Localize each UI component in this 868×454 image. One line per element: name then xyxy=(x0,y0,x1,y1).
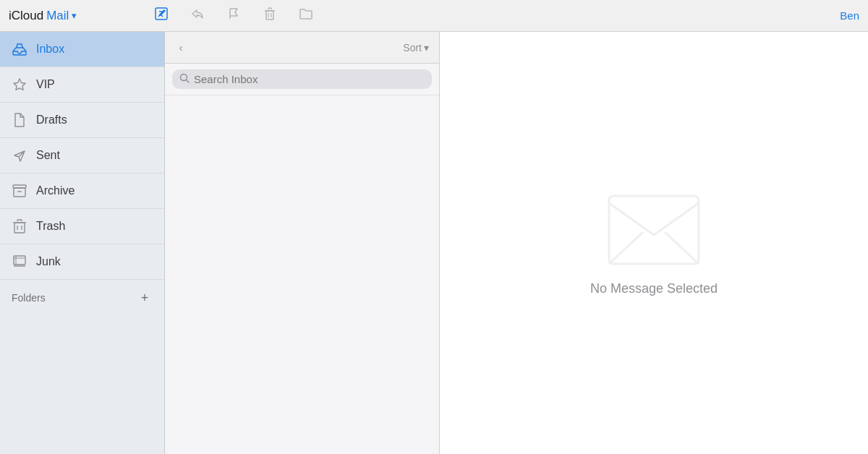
sidebar: Inbox VIP Drafts xyxy=(0,32,165,454)
empty-envelope-illustration xyxy=(603,190,705,270)
sidebar-drafts-label: Drafts xyxy=(36,113,67,127)
message-list-panel: ‹ Sort ▾ xyxy=(165,32,440,454)
sidebar-item-archive[interactable]: Archive xyxy=(0,174,164,209)
compose-icon[interactable] xyxy=(153,6,169,25)
sort-button[interactable]: Sort ▾ xyxy=(399,39,433,56)
trash-toolbar-icon[interactable] xyxy=(262,6,278,25)
search-bar xyxy=(165,64,439,95)
sidebar-sent-label: Sent xyxy=(36,149,60,162)
drafts-icon xyxy=(12,112,27,128)
sidebar-item-sent[interactable]: Sent xyxy=(0,138,164,174)
toolbar xyxy=(139,6,840,25)
sort-chevron-icon: ▾ xyxy=(424,42,429,53)
junk-icon xyxy=(12,254,27,270)
detail-panel: No Message Selected xyxy=(440,32,868,454)
app-brand[interactable]: iCloud Mail ▾ xyxy=(9,9,139,23)
svg-rect-14 xyxy=(14,256,25,265)
inbox-icon xyxy=(12,41,27,57)
flag-icon[interactable] xyxy=(226,6,242,25)
user-account-button[interactable]: Ben xyxy=(840,9,859,22)
sidebar-trash-label: Trash xyxy=(36,220,65,233)
sort-label: Sort xyxy=(403,42,422,53)
brand-cloud: iCloud xyxy=(9,9,43,23)
sidebar-item-trash[interactable]: Trash xyxy=(0,209,164,244)
add-folder-button[interactable]: + xyxy=(137,290,153,306)
reply-icon[interactable] xyxy=(190,6,205,25)
search-icon xyxy=(179,73,190,85)
folder-icon[interactable] xyxy=(298,6,314,25)
search-input-wrapper[interactable] xyxy=(172,69,432,89)
sidebar-item-drafts[interactable]: Drafts xyxy=(0,103,164,138)
svg-line-22 xyxy=(665,232,699,264)
sidebar-item-vip[interactable]: VIP xyxy=(0,67,164,103)
vip-star-icon xyxy=(12,77,27,93)
svg-line-19 xyxy=(187,80,190,83)
search-input[interactable] xyxy=(194,73,425,85)
message-list-toolbar: ‹ Sort ▾ xyxy=(165,32,439,64)
sent-icon xyxy=(12,147,27,163)
archive-icon xyxy=(12,183,27,199)
folders-label: Folders xyxy=(12,292,46,304)
message-list-content xyxy=(165,95,439,454)
folders-section: Folders + xyxy=(0,283,164,313)
main-layout: Inbox VIP Drafts xyxy=(0,32,868,454)
sidebar-vip-label: VIP xyxy=(36,78,55,91)
sidebar-junk-label: Junk xyxy=(36,255,61,268)
svg-line-21 xyxy=(609,232,643,264)
collapse-sidebar-button[interactable]: ‹ xyxy=(171,38,191,58)
trash-sidebar-icon xyxy=(12,218,27,234)
sidebar-inbox-label: Inbox xyxy=(36,43,64,56)
svg-rect-8 xyxy=(14,188,25,197)
sidebar-archive-label: Archive xyxy=(36,184,75,197)
no-message-label: No Message Selected xyxy=(590,281,718,296)
brand-chevron-icon[interactable]: ▾ xyxy=(72,10,77,21)
app-header: iCloud Mail ▾ xyxy=(0,0,868,32)
svg-rect-20 xyxy=(609,196,699,264)
svg-rect-2 xyxy=(266,11,273,20)
sidebar-item-junk[interactable]: Junk xyxy=(0,244,164,280)
sidebar-item-inbox[interactable]: Inbox xyxy=(0,32,164,67)
svg-rect-10 xyxy=(14,223,25,233)
brand-mail: Mail xyxy=(46,9,69,23)
